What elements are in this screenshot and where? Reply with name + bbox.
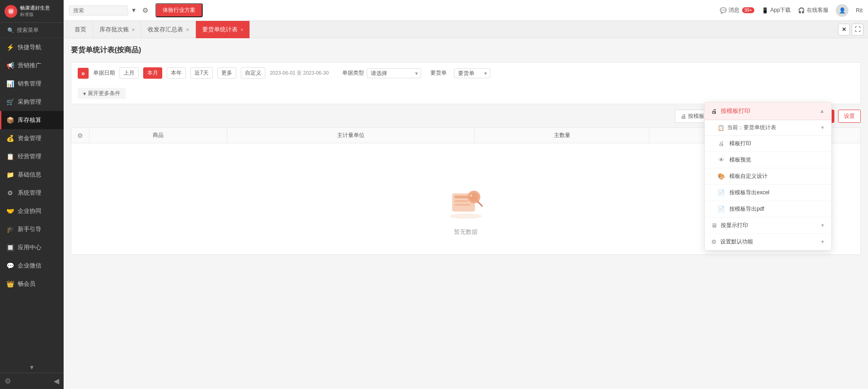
template-design-icon: 🎨 [718,173,725,180]
dropdown-section-display-print[interactable]: 🖥 按显示打印 ▼ [705,217,831,234]
expand-more-btn[interactable]: ▾ 展开更多条件 [78,88,126,99]
nav-icon-marketing: 📢 [6,62,14,69]
avatar[interactable]: 👤 [836,4,848,17]
main-area: ▼ ⚙ 体验行业方案 💬 消息 99+ 📱 App下载 🎧 在线客服 👤 Rit [64,0,868,389]
table-gear-icon[interactable]: ⚙ [77,132,83,139]
table-header-quantity: 主数量 [475,128,649,143]
empty-text: 暂无数据 [454,228,478,236]
dropdown-item-template-design[interactable]: 🎨 模板自定义设计 [705,168,831,185]
sidebar-item-sales[interactable]: 📊 销售管理 [0,75,64,93]
template-print-icon: 🖨 [718,140,725,147]
dropdown-item-template-print[interactable]: 🖨 模板打印 [705,136,831,152]
display-print-chevron: ▼ [820,223,825,228]
settings-icon[interactable]: ⚙ [5,377,11,385]
sidebar-scroll-down[interactable]: ▼ [0,362,64,373]
tab-home[interactable]: 首页 [68,21,93,38]
current-chevron-icon: ▼ [820,125,825,130]
dropdown-chevron-icon: ▲ [819,108,825,114]
sidebar: W 畅康通好生意 标准版 🔍 搜索菜单 ⚡ 快捷导航 📢 营销推广 📊 销售管理… [0,0,64,389]
tab-close-all-button[interactable]: ✕ [838,24,850,35]
sidebar-item-collab[interactable]: 🤝 企业协同 [0,202,64,220]
date-btn-this-year[interactable]: 本年 [167,67,186,79]
dropdown-section-set-default[interactable]: ⚙ 设置默认功能 ▼ [705,234,831,250]
nav-icon-member: 👑 [6,280,14,288]
req-type-select[interactable]: 要货单 [454,68,490,78]
set-default-chevron: ▼ [820,239,825,244]
table-header-gear: ⚙ [71,128,90,143]
date-btn-custom[interactable]: 自定义 [241,67,265,79]
tab-close-inventory-batch[interactable]: × [132,27,135,32]
sidebar-item-basic[interactable]: 📁 基础信息 [0,166,64,184]
app-download-item[interactable]: 📱 App下载 [762,6,791,14]
nav-icon-finance: 💰 [6,135,14,142]
display-print-icon: 🖥 [711,222,717,229]
dropdown-header[interactable]: 🖨 按模板打印 ▲ [705,102,831,120]
topbar: ▼ ⚙ 体验行业方案 💬 消息 99+ 📱 App下载 🎧 在线客服 👤 Rit [64,0,868,21]
sidebar-item-guide[interactable]: 🎓 新手引导 [0,220,64,238]
nav-icon-guide: 🎓 [6,226,14,233]
message-badge: 99+ [742,7,754,13]
message-item[interactable]: 💬 消息 99+ [720,6,754,14]
filter-row: » 单据日期 上月 本月 本年 近7天 更多 自定义 2023-06-01 至 … [78,67,854,79]
search-input[interactable] [69,5,128,15]
dropdown-item-template-pdf[interactable]: 📄 按模板导出pdf [705,201,831,217]
app-logo: W 畅康通好生意 标准版 [0,0,64,23]
message-icon: 💬 [720,7,727,14]
date-btn-more[interactable]: 更多 [217,67,236,79]
tab-close-order-stats[interactable]: × [240,27,243,32]
dropdown-title: 按模板打印 [721,107,750,115]
app-name: 畅康通好生意 [20,5,50,11]
nav-icon-basic: 📁 [6,171,14,178]
tab-order-stats[interactable]: 要货单统计表 × [196,21,250,38]
sidebar-item-system[interactable]: ⚙ 系统管理 [0,184,64,202]
sidebar-item-quick-nav[interactable]: ⚡ 快捷导航 [0,38,64,56]
tab-expand-button[interactable]: ⛶ [852,24,863,35]
sidebar-item-wechat[interactable]: 💬 企业微信 [0,257,64,275]
filter-expand-icon[interactable]: » [78,68,89,79]
filter-bar: » 单据日期 上月 本月 本年 近7天 更多 自定义 2023-06-01 至 … [71,62,861,104]
search-dropdown-icon[interactable]: ▼ [131,7,137,14]
date-btn-last-month[interactable]: 上月 [120,67,139,79]
settings-button[interactable]: 设置 [838,110,861,123]
empty-icon [443,180,489,221]
dropdown-current[interactable]: 📋 当前：要货单统计表 ▼ [705,120,831,136]
template-excel-icon: 📄 [718,189,725,196]
nav-icon-inventory: 📦 [6,116,14,124]
search-icon: 🔍 [7,27,14,34]
sidebar-item-finance[interactable]: 💰 资金管理 [0,129,64,147]
nav-icon-quick: ⚡ [6,44,14,51]
req-type-select-wrapper: 要货单 ▼ [454,68,490,78]
tab-inventory-batch[interactable]: 库存批次账 × [93,21,141,38]
logo-icon: W [5,5,17,18]
type-select[interactable]: 请选择 [367,68,421,78]
expand-more-icon: ▾ [83,91,86,97]
table-header-unit: 主计量单位 [227,128,475,143]
tab-close-receipt-summary[interactable]: × [186,27,189,32]
sidebar-item-member[interactable]: 👑 畅会员 [0,275,64,293]
print-template-dropdown: 🖨 按模板打印 ▲ 📋 当前：要货单统计表 ▼ 🖨 模板打印 👁 模板预览 [704,102,832,251]
dropdown-item-template-excel[interactable]: 📄 按模板导出excel [705,185,831,201]
nav-icon-operation: 📋 [6,153,14,160]
svg-point-2 [450,213,482,219]
collapse-icon[interactable]: ◀ [54,377,59,385]
dropdown-item-template-preview[interactable]: 👁 模板预览 [705,152,831,168]
type-select-wrapper: 请选择 ▼ [367,68,421,78]
filter-expand-row: ▾ 展开更多条件 [78,83,854,99]
sidebar-item-purchase[interactable]: 🛒 采购管理 [0,93,64,111]
sidebar-item-marketing[interactable]: 📢 营销推广 [0,56,64,75]
trial-button[interactable]: 体验行业方案 [155,3,203,17]
sidebar-item-inventory[interactable]: 📦 库存核算 [0,111,64,129]
search-menu[interactable]: 🔍 搜索菜单 [0,23,64,38]
date-range: 2023-06-01 至 2023-06-30 [270,70,329,76]
type-label: 单据类型 [342,69,364,77]
settings-gear-icon[interactable]: ⚙ [142,6,148,15]
page-content: 要货单统计表(按商品) » 单据日期 上月 本月 本年 近7天 更多 自定义 2… [64,38,868,389]
req-type-label: 要货单 [430,69,447,77]
date-btn-this-month[interactable]: 本月 [143,67,162,79]
online-service-item[interactable]: 🎧 在线客服 [798,6,828,14]
date-btn-7days[interactable]: 近7天 [190,67,213,79]
tab-receipt-summary[interactable]: 收发存汇总表 × [141,21,195,38]
sidebar-item-apps[interactable]: 🔲 应用中心 [0,238,64,257]
sidebar-item-operation[interactable]: 📋 经营管理 [0,147,64,166]
set-default-icon: ⚙ [711,238,717,245]
